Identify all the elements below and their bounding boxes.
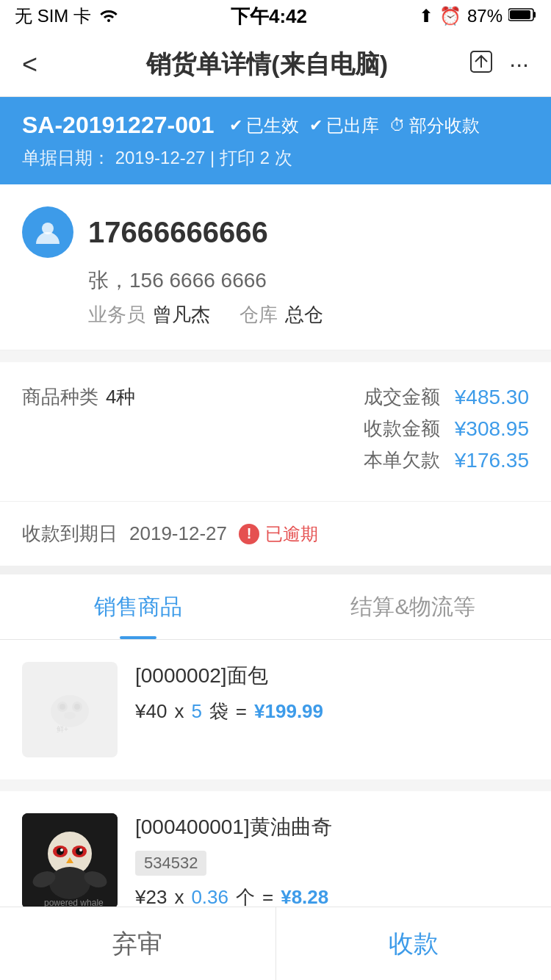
svg-point-17 [57, 848, 64, 855]
overdue-text: 已逾期 [265, 522, 318, 546]
amount-value: ¥485.30 [455, 386, 529, 409]
customer-name: 17666666666 [88, 216, 268, 249]
battery-icon [508, 6, 536, 26]
category-value: 4种 [106, 384, 135, 410]
alarm-icon: ⏰ [439, 6, 461, 26]
product-total-1: ¥199.99 [254, 700, 323, 723]
effective-icon: ✔ [229, 116, 242, 135]
status-effective-text: 已生效 [246, 114, 299, 137]
bottom-bar: 弃审 收款 [0, 907, 551, 980]
location-icon: ⬆ [419, 6, 433, 26]
status-bar: 无 SIM 卡 下午4:42 ⬆ ⏰ 87% [0, 0, 551, 32]
battery-text: 87% [467, 6, 503, 26]
status-tag-partial: ⏱ 部分收款 [389, 114, 480, 137]
carrier-text: 无 SIM 卡 [15, 4, 91, 28]
svg-point-20 [79, 849, 82, 851]
svg-text:鲜+: 鲜+ [57, 725, 68, 733]
status-tag-effective: ✔ 已生效 [229, 114, 299, 137]
warehouse-value: 总仓 [285, 302, 323, 328]
nav-actions: ··· [468, 48, 529, 81]
status-left: 无 SIM 卡 [15, 4, 119, 28]
back-button[interactable]: < [22, 49, 66, 80]
customer-section: 17666666666 张，156 6666 6666 业务员 曾凡杰 仓库 总… [0, 184, 551, 350]
status-tags: ✔ 已生效 ✔ 已出库 ⏱ 部分收款 [229, 114, 480, 137]
product-equals-2: = [262, 886, 273, 909]
tab-products-underline [120, 636, 156, 639]
product-name-2: [000400001]黄油曲奇 [135, 813, 529, 841]
product-info-2: [000400001]黄油曲奇 534532 ¥23 x 0.36 个 = ¥8… [135, 813, 529, 910]
sales-value: 曾凡杰 [153, 302, 210, 328]
overdue-dot-icon: ! [239, 524, 259, 544]
svg-point-10 [74, 704, 80, 710]
svg-point-19 [60, 849, 63, 851]
shipped-icon: ✔ [309, 116, 323, 135]
amount-label: 成交金额 [364, 384, 440, 410]
nav-bar: < 销货单详情(来自电脑) ··· [0, 32, 551, 97]
svg-point-22 [49, 867, 90, 899]
share-button[interactable] [468, 48, 494, 81]
status-time: 下午4:42 [231, 4, 307, 29]
product-multiply-1: x [174, 700, 184, 723]
svg-point-11 [64, 712, 76, 719]
status-right: ⬆ ⏰ 87% [419, 6, 536, 26]
warehouse-label: 仓库 [240, 302, 278, 328]
svg-rect-1 [533, 12, 536, 18]
more-button[interactable]: ··· [509, 51, 529, 78]
product-multiply-2: x [174, 886, 184, 909]
due-date-label: 收款到期日 [22, 521, 118, 547]
product-unit-1: 袋 [209, 699, 228, 724]
svg-point-6 [51, 695, 89, 727]
product-price-value-2: ¥23 [135, 886, 167, 909]
confirm-button[interactable]: 收款 [276, 907, 552, 980]
order-header-banner: SA-20191227-001 ✔ 已生效 ✔ 已出库 ⏱ 部分收款 单据日期：… [0, 97, 551, 184]
sales-label: 业务员 [88, 302, 145, 328]
customer-meta: 业务员 曾凡杰 仓库 总仓 [88, 302, 529, 328]
product-qty-1: 5 [191, 700, 201, 723]
product-name-1: [0000002]面包 [135, 662, 529, 690]
product-image-2: powered whale [22, 813, 118, 909]
product-sku-2: 534532 [135, 851, 206, 876]
tab-settlement[interactable]: 结算&物流等 [276, 574, 551, 639]
status-shipped-text: 已出库 [326, 114, 379, 137]
product-price-value-1: ¥40 [135, 700, 167, 723]
tab-products-label: 销售商品 [94, 592, 182, 622]
svg-point-9 [60, 704, 65, 710]
debt-value: ¥176.35 [455, 449, 529, 472]
svg-point-18 [76, 848, 83, 855]
product-info-1: [0000002]面包 ¥40 x 5 袋 = ¥199.99 [135, 662, 529, 724]
product-price-1: ¥40 x 5 袋 = ¥199.99 [135, 699, 529, 724]
due-date-value: 2019-12-27 [129, 522, 227, 545]
due-date-section: 收款到期日 2019-12-27 ! 已逾期 [0, 502, 551, 574]
order-date: 单据日期： 2019-12-27 | 打印 2 次 [22, 146, 529, 170]
received-label: 收款金额 [364, 416, 440, 442]
partial-icon: ⏱ [389, 116, 406, 135]
summary-section: 商品种类 4种 成交金额 ¥485.30 收款金额 ¥308.95 本单欠款 ¥… [0, 362, 551, 502]
order-id: SA-20191227-001 [22, 112, 215, 139]
tabs-section: 销售商品 结算&物流等 [0, 574, 551, 640]
status-tag-shipped: ✔ 已出库 [309, 114, 379, 137]
overdue-badge: ! 已逾期 [239, 522, 318, 546]
product-qty-2: 0.36 [191, 886, 228, 909]
tab-settlement-label: 结算&物流等 [350, 592, 475, 622]
product-equals-1: = [236, 700, 247, 723]
product-image-1: 鲜+ [22, 662, 118, 757]
product-list: 鲜+ [0000002]面包 ¥40 x 5 袋 = ¥199.99 [0, 640, 551, 932]
cancel-button[interactable]: 弃审 [0, 907, 276, 980]
customer-avatar [22, 206, 73, 258]
wifi-icon [98, 6, 119, 26]
product-total-2: ¥8.28 [281, 886, 328, 909]
tab-products[interactable]: 销售商品 [0, 574, 276, 639]
category-label: 商品种类 [22, 384, 98, 410]
customer-phone: 张，156 6666 6666 [88, 267, 529, 295]
status-partial-text: 部分收款 [409, 114, 480, 137]
svg-rect-2 [510, 10, 530, 19]
debt-label: 本单欠款 [364, 447, 440, 473]
product-item: 鲜+ [0000002]面包 ¥40 x 5 袋 = ¥199.99 [0, 640, 551, 779]
received-value: ¥308.95 [455, 417, 529, 441]
page-title: 销货单详情(来自电脑) [66, 48, 468, 82]
